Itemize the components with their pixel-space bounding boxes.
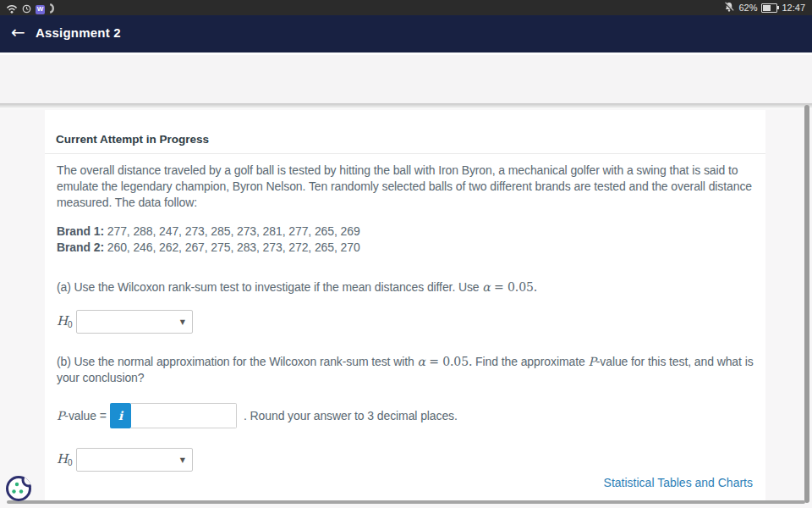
brand2-values: 260, 246, 262, 267, 275, 283, 273, 272, … xyxy=(104,240,360,254)
brand1-values: 277, 288, 247, 273, 285, 273, 281, 277, … xyxy=(104,224,360,238)
brand2-label: Brand 2: xyxy=(57,240,104,254)
p-symbol: P xyxy=(57,409,64,422)
status-bar-right: 62% 12:47 xyxy=(724,2,805,14)
section-title: Current Attempt in Progress xyxy=(56,133,209,146)
status-bar: W 62% 12:47 xyxy=(0,0,812,15)
question-nav-bar: Question 10 of 10 ‹ › - / 10 1 2 3 ⋮ xyxy=(0,52,812,103)
app-header: ← Assignment 2 xyxy=(0,15,812,52)
h0-subscript: 0 xyxy=(68,320,73,329)
alpha-symbol-b: α xyxy=(418,355,425,368)
bell-muted-icon xyxy=(724,2,734,14)
alpha-value-b: = 0.05. xyxy=(425,355,472,368)
part-b-text: (b) Use the normal approximation for the… xyxy=(57,354,757,386)
rounding-note: . Round your answer to 3 decimal places. xyxy=(244,408,458,424)
app-screen: W 62% 12:47 xyxy=(0,0,812,508)
h0-select-b[interactable]: ▼ xyxy=(76,448,193,472)
part-a-text: (a) Use the Wilcoxon rank-sum test to in… xyxy=(57,279,757,295)
battery-percent: 62% xyxy=(738,3,757,13)
part-a-prefix: (a) Use the Wilcoxon rank-sum test to in… xyxy=(57,280,482,294)
back-arrow-icon[interactable]: ← xyxy=(11,22,25,42)
pvalue-label-rest: -value = xyxy=(64,409,106,422)
h0-letter-b: H xyxy=(57,451,68,467)
h0-letter: H xyxy=(57,313,68,329)
assignment-title: Assignment 2 xyxy=(36,25,121,40)
question-card: Current Attempt in Progress The overall … xyxy=(45,110,765,501)
alpha-value: = 0.05. xyxy=(491,280,537,294)
section-divider xyxy=(45,153,765,154)
h0-subscript-b: 0 xyxy=(68,458,73,467)
alpha-symbol: α xyxy=(482,280,490,294)
data-lines: Brand 1: 277, 288, 247, 273, 285, 273, 2… xyxy=(57,224,757,256)
pvalue-label: P-value = xyxy=(57,408,107,424)
dropdown-arrow-icon: ▼ xyxy=(180,318,185,326)
toolbar-shadow xyxy=(0,103,812,109)
battery-fill xyxy=(763,5,771,11)
brand2-line: Brand 2: 260, 246, 262, 267, 275, 283, 2… xyxy=(57,240,757,256)
vertical-scrollbar[interactable] xyxy=(804,105,809,503)
p-symbol-b: P xyxy=(588,355,595,368)
h0-label-b: H0 xyxy=(57,451,73,467)
brand1-line: Brand 1: 277, 288, 247, 273, 285, 273, 2… xyxy=(57,224,757,240)
battery-nub xyxy=(777,6,779,9)
h0-select-a[interactable]: ▼ xyxy=(76,310,193,334)
battery-icon xyxy=(761,3,777,13)
statistical-tables-link[interactable]: Statistical Tables and Charts xyxy=(604,476,753,489)
clock-time: 12:47 xyxy=(782,3,805,13)
info-button[interactable]: i xyxy=(110,403,131,428)
cookie-consent-icon[interactable] xyxy=(4,471,35,506)
h0-label-a: H0 xyxy=(57,313,73,329)
question-paragraph: The overall distance traveled by a golf … xyxy=(57,163,757,211)
part-b-mid: Find the approximate xyxy=(472,355,588,368)
app-icon: W xyxy=(36,5,45,14)
pvalue-input[interactable] xyxy=(131,403,237,428)
dropdown-arrow-icon-b: ▼ xyxy=(180,456,185,464)
brand1-label: Brand 1: xyxy=(57,224,104,238)
horizontal-scrollbar[interactable] xyxy=(7,500,805,504)
part-b-prefix: (b) Use the normal approximation for the… xyxy=(57,355,418,368)
